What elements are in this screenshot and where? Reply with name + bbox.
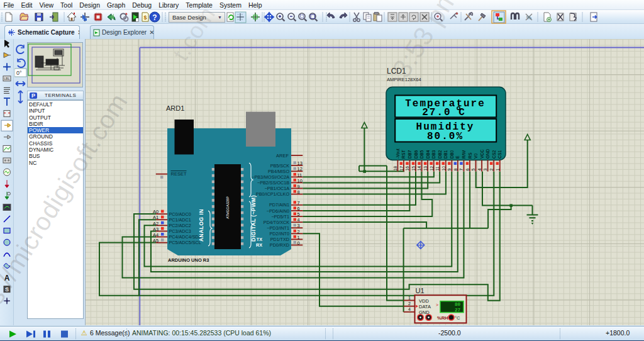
svg-text:80: 80 [455, 302, 461, 307]
svg-text:4: 4 [477, 169, 482, 171]
svg-text:PD0/RXD: PD0/RXD [270, 242, 289, 248]
svg-text:PC1/ADC1: PC1/ADC1 [169, 217, 191, 223]
svg-text:PB5/SCK: PB5/SCK [270, 163, 290, 169]
svg-text:DB6: DB6 [414, 150, 418, 159]
svg-text:10: 10 [297, 178, 303, 184]
svg-text:%RH: %RH [437, 315, 448, 321]
svg-text:~PD3/INT1: ~PD3/INT1 [267, 225, 289, 231]
svg-text:DB7: DB7 [408, 150, 412, 159]
svg-text:-Vout: -Vout [396, 148, 400, 159]
svg-text:PC5/ADC5/SCL: PC5/ADC5/SCL [169, 240, 201, 245]
svg-text:RS: RS [468, 152, 472, 159]
svg-text:~PB2/SS/OC1B: ~PB2/SS/OC1B [257, 180, 289, 186]
svg-text:2: 2 [489, 169, 494, 171]
svg-text:PD2/INT0: PD2/INT0 [269, 231, 289, 237]
svg-text:18: 18 [393, 166, 397, 171]
svg-text:VDD: VDD [419, 298, 429, 304]
svg-text:DB0: DB0 [450, 150, 454, 159]
svg-text:2: 2 [408, 301, 411, 306]
svg-text:TX: TX [257, 237, 262, 242]
svg-text:PC0/ADC0: PC0/ADC0 [169, 211, 191, 217]
svg-text:~PB3/MOSI/OC2A: ~PB3/MOSI/OC2A [252, 174, 289, 180]
svg-text:S: S [5, 286, 9, 293]
svg-text:~PD5/T1: ~PD5/T1 [271, 214, 289, 220]
svg-text:8: 8 [297, 189, 300, 195]
svg-text:AREF: AREF [276, 153, 289, 159]
svg-text:9: 9 [297, 184, 300, 189]
svg-text:DB1: DB1 [443, 150, 448, 159]
svg-text:ATMEGA328P: ATMEGA328P [226, 196, 230, 219]
svg-text:PD1/TXD: PD1/TXD [270, 237, 289, 242]
svg-text:A2: A2 [153, 221, 158, 226]
svg-text:11: 11 [435, 166, 440, 170]
svg-text:PB0/ICP1/CLKO: PB0/ICP1/CLKO [256, 191, 290, 197]
svg-text:DB5: DB5 [419, 150, 424, 159]
svg-text:A5: A5 [153, 238, 158, 243]
svg-text:0°: 0° [16, 70, 22, 76]
svg-text:RESET: RESET [171, 171, 187, 177]
svg-text:A1: A1 [153, 215, 158, 220]
svg-text:E: E [455, 155, 460, 159]
svg-text:A4: A4 [153, 232, 158, 238]
svg-text:U1: U1 [416, 287, 425, 294]
svg-text:PD4/T0/XCK: PD4/T0/XCK [264, 220, 289, 225]
svg-text:VCC: VCC [480, 150, 484, 159]
svg-text:PC4/ADC4/SDA: PC4/ADC4/SDA [169, 234, 202, 240]
svg-text:R/W: R/W [462, 150, 466, 159]
svg-text:A0: A0 [153, 209, 158, 215]
svg-text:1: 1 [408, 296, 411, 300]
svg-text:°C: °C [455, 315, 460, 321]
svg-text:DB4: DB4 [426, 150, 430, 159]
svg-text:12: 12 [297, 166, 303, 172]
svg-text:%: % [526, 14, 531, 21]
svg-text:PC2/ADC2: PC2/ADC2 [169, 223, 191, 228]
svg-text:15: 15 [411, 166, 416, 171]
svg-text:>: > [436, 303, 438, 307]
svg-text:11: 11 [297, 172, 303, 178]
svg-text:$: $ [143, 14, 147, 21]
svg-text:12: 12 [430, 166, 434, 171]
svg-text:CS2: CS2 [492, 150, 496, 159]
svg-text:3: 3 [483, 169, 487, 171]
svg-text:CS1: CS1 [497, 150, 502, 159]
svg-text:PB4/MISO: PB4/MISO [268, 169, 289, 174]
svg-text:16: 16 [405, 166, 409, 171]
svg-text:DB2: DB2 [438, 150, 442, 159]
svg-text:A: A [4, 274, 10, 282]
svg-text:A3: A3 [153, 226, 158, 232]
svg-text:17: 17 [399, 166, 404, 171]
svg-text:5: 5 [297, 211, 300, 217]
svg-text:RX: RX [256, 242, 262, 248]
svg-text:AMPIRE128X64: AMPIRE128X64 [387, 77, 421, 82]
svg-text:1: 1 [297, 235, 300, 240]
svg-text:7: 7 [297, 200, 300, 206]
svg-text:DHT11: DHT11 [416, 324, 433, 325]
svg-text:5: 5 [471, 169, 475, 171]
svg-text:LBL: LBL [4, 77, 10, 81]
svg-text:ANALOG IN: ANALOG IN [198, 209, 204, 242]
svg-text:13: 13 [297, 160, 303, 166]
svg-text:1: 1 [496, 169, 500, 171]
svg-text:6: 6 [465, 169, 470, 171]
svg-text:4: 4 [408, 307, 411, 311]
svg-text:GND: GND [486, 149, 490, 159]
svg-text:LCD1: LCD1 [387, 67, 406, 75]
svg-text:~PD6/AIN0: ~PD6/AIN0 [267, 208, 289, 214]
svg-text:8: 8 [453, 169, 458, 171]
svg-text:ARDUINO UNO R3: ARDUINO UNO R3 [168, 257, 209, 263]
svg-text:V0: V0 [474, 153, 478, 159]
svg-text:9: 9 [447, 169, 452, 171]
svg-text:?: ? [152, 13, 157, 22]
svg-text:14: 14 [417, 166, 421, 171]
svg-text:~PB1/OC1A: ~PB1/OC1A [265, 186, 290, 191]
svg-text:4: 4 [297, 217, 300, 223]
svg-text:7: 7 [459, 169, 464, 171]
svg-text:3: 3 [297, 223, 300, 228]
svg-text:DATA: DATA [419, 304, 431, 310]
svg-text:2: 2 [297, 229, 300, 235]
svg-text:ARD1: ARD1 [166, 104, 184, 112]
svg-text:RST: RST [401, 150, 406, 159]
svg-text:6: 6 [297, 206, 300, 211]
svg-text:10: 10 [441, 166, 446, 171]
svg-text:PD7/AIN1: PD7/AIN1 [269, 202, 289, 208]
